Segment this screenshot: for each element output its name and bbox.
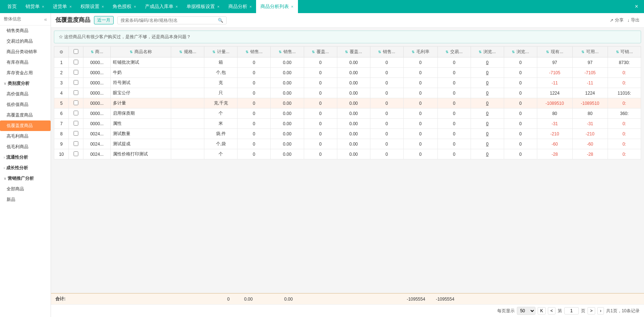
current-page-input[interactable] [564,307,579,314]
row-checkbox[interactable] [74,141,78,146]
browse-link[interactable]: 0 [486,111,488,116]
row-checkbox[interactable] [74,111,78,115]
nav-tab-permissions[interactable]: 权限设置× [76,0,108,13]
sidebar-item-高覆盖度商品[interactable]: 高覆盖度商品 [0,110,51,120]
first-page-button[interactable]: K [538,307,546,314]
browse-link[interactable]: 0 [486,142,488,147]
close-tab-sales[interactable]: × [42,4,44,9]
nav-tab-template[interactable]: 单据模板设置× [182,0,224,13]
col-header-browse1[interactable]: ⇅ 浏览... [471,47,504,58]
sidebar-section-类别度分析[interactable]: ∨类别度分析 [0,78,51,89]
browse-link[interactable]: 0 [486,131,488,136]
sidebar-item-新品[interactable]: 新品 [0,194,51,205]
sidebar-collapse-button[interactable]: « [44,16,47,22]
close-tab-product-analysis[interactable]: × [250,4,252,9]
gear-icon[interactable]: ⚙ [59,49,63,55]
cell-value: -11 [537,78,572,88]
close-tab-role[interactable]: × [134,4,136,9]
close-tab-product-analysis-list[interactable]: × [291,4,293,9]
col-header-sales_amt[interactable]: ⇅ 销售... [271,47,304,58]
sidebar-item-低毛利商品[interactable]: 低毛利商品 [0,142,51,152]
sidebar-item-交易过的商品[interactable]: 交易过的商品 [0,36,51,47]
col-header-code[interactable]: ⇅ 商... [83,47,111,58]
sidebar-section-成长性分析[interactable]: ›成长性分析 [0,163,51,173]
browse-link[interactable]: 0 [486,91,488,96]
sidebar-item-库存资金占用[interactable]: 库存资金占用 [0,68,51,78]
close-tab-template[interactable]: × [217,4,219,9]
sidebar-item-商品分类动销率[interactable]: 商品分类动销率 [0,47,51,57]
search-input[interactable] [121,18,218,23]
sidebar-item-销售类商品[interactable]: 销售类商品 [0,25,51,36]
footer-total-label: 合计: [55,296,85,302]
col-header-name[interactable]: ⇅ 商品名称 [111,47,171,58]
row-checkbox[interactable] [74,121,78,126]
col-header-browse2[interactable]: ⇅ 浏览... [504,47,537,58]
col-header-gross_margin[interactable]: ⇅ 毛利率 [403,47,437,58]
cell-value: 属性 [111,119,171,129]
per-page-select[interactable]: 2050100 [517,307,535,315]
sidebar-item-低价值商品[interactable]: 低价值商品 [0,99,51,110]
sidebar-item-高毛利商品[interactable]: 高毛利商品 [0,131,51,142]
browse-link[interactable]: 0 [486,80,488,86]
nav-tab-purchase[interactable]: 进货单× [48,0,76,13]
cell-value: -60 [537,139,572,149]
export-button[interactable]: ↓ 导出 [627,17,640,23]
prev-page-button[interactable]: < [548,307,555,314]
col-header-spec[interactable]: ⇅ 规格... [171,47,204,58]
share-button[interactable]: ↗ 分享 [610,17,624,23]
cell-value: 0 [237,58,271,68]
select-all-checkbox[interactable] [74,49,78,54]
browse-link[interactable]: 0 [486,121,488,126]
col-header-available[interactable]: ⇅ 可用... [572,47,608,58]
col-header-transaction[interactable]: ⇅ 交易... [437,47,471,58]
row-checkbox[interactable] [74,80,78,85]
sidebar-section-营销推广分析[interactable]: ∨营销推广分析 [0,173,51,184]
row-checkbox[interactable] [74,100,78,105]
close-tab-permissions[interactable]: × [102,4,104,9]
cell-value: 0 [403,78,437,88]
nav-tab-product-analysis[interactable]: 商品分析× [224,0,256,13]
sidebar-item-低覆盖度商品[interactable]: 低覆盖度商品 [0,120,51,131]
col-header-sales_qty[interactable]: ⇅ 销售... [237,47,271,58]
sidebar-title: 整体信息 [4,16,21,22]
table-container[interactable]: ⚙⇅ 商...⇅ 商品名称⇅ 规格...⇅ 计量...⇅ 销售...⇅ 销售..… [54,46,641,293]
row-checkbox[interactable] [74,151,78,156]
row-checkbox[interactable] [74,70,78,75]
nav-tab-sales[interactable]: 销货单× [21,0,48,13]
row-checkbox[interactable] [74,60,78,64]
browse-link[interactable]: 0 [486,152,488,157]
sidebar-item-全部商品[interactable]: 全部商品 [0,184,51,194]
close-tab-product-entry[interactable]: × [176,4,178,9]
cell-value: 0 [504,108,537,119]
col-header-checkbox[interactable] [69,47,83,58]
sidebar-item-高价值商品[interactable]: 高价值商品 [0,89,51,99]
cell-value: 0.00 [337,58,370,68]
sidebar-item-有库存商品[interactable]: 有库存商品 [0,57,51,68]
cell-value: 袋,件 [204,129,237,139]
nav-tab-role[interactable]: 角色授权× [108,0,140,13]
cell-value: 0: [608,119,641,129]
col-header-sellable[interactable]: ⇅ 可销... [608,47,641,58]
last-page-button[interactable]: › [597,307,604,314]
browse-link[interactable]: 0 [486,101,488,106]
browse-link[interactable]: 0 [486,70,488,75]
filter-button[interactable]: 近一月 [94,16,114,24]
next-page-button[interactable]: > [588,307,595,314]
col-header-unit[interactable]: ⇅ 计量... [204,47,237,58]
sort-icon-spec: ⇅ [179,50,183,54]
col-header-current_stock[interactable]: ⇅ 现有... [537,47,572,58]
nav-tab-product-analysis-list[interactable]: 商品分析列表× [256,0,298,13]
row-checkbox[interactable] [74,90,78,95]
col-header-settings[interactable]: ⚙ [54,47,69,58]
browse-link[interactable]: 0 [486,60,488,65]
nav-tab-home[interactable]: 首页 [3,0,21,13]
close-all-button[interactable]: × [632,3,641,10]
nav-tab-product-entry[interactable]: 产成品入库单× [141,0,182,13]
col-header-coverage1[interactable]: ⇅ 覆盖... [304,47,337,58]
row-checkbox[interactable] [74,131,78,136]
cell-value: 0 [504,119,537,129]
sidebar-section-流通性分析[interactable]: ›流通性分析 [0,152,51,163]
close-tab-purchase[interactable]: × [69,4,71,9]
col-header-coverage2[interactable]: ⇅ 覆盖... [337,47,370,58]
col-header-sales_days[interactable]: ⇅ 销售... [370,47,403,58]
